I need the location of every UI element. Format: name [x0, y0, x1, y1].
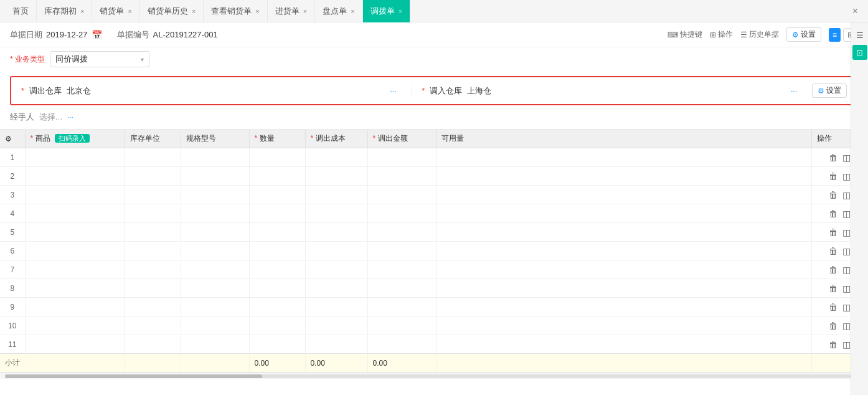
row-product-cell[interactable] [25, 204, 125, 223]
table-settings-icon[interactable]: ⚙ [5, 135, 12, 143]
row-qty-cell[interactable] [249, 167, 305, 186]
delete-row-btn[interactable]: 🗑 [829, 209, 837, 219]
copy-row-btn[interactable]: ◫ [842, 283, 851, 293]
row-cost-cell[interactable] [305, 316, 367, 335]
tab-sales-order[interactable]: 销货单 × [92, 0, 139, 22]
row-cost-cell[interactable] [305, 279, 367, 298]
row-cost-cell[interactable] [305, 223, 367, 242]
row-qty-cell[interactable] [249, 279, 305, 298]
row-cost-cell[interactable] [305, 167, 367, 186]
row-product-cell[interactable] [25, 335, 125, 354]
row-product-cell[interactable] [25, 186, 125, 204]
shortcut-btn[interactable]: ⌨ 快捷键 [668, 29, 702, 40]
row-qty-cell[interactable] [249, 223, 305, 242]
row-qty-cell[interactable] [249, 148, 305, 167]
warehouse-in-more-btn[interactable]: ··· [786, 87, 802, 95]
history-btn[interactable]: ☰ 历史单据 [740, 29, 779, 40]
row-cost-cell[interactable] [305, 186, 367, 204]
calendar-icon[interactable]: 📅 [92, 30, 102, 40]
row-product-cell[interactable] [25, 223, 125, 242]
row-cost-cell[interactable] [305, 298, 367, 316]
row-cost-cell[interactable] [305, 335, 367, 354]
row-qty-cell[interactable] [249, 335, 305, 354]
row-cost-cell[interactable] [305, 148, 367, 167]
row-amount-cell[interactable] [367, 260, 436, 279]
delete-row-btn[interactable]: 🗑 [829, 171, 837, 181]
row-amount-cell[interactable] [367, 279, 436, 298]
copy-row-btn[interactable]: ◫ [842, 302, 851, 312]
scan-barcode-btn[interactable]: 扫码录入 [55, 134, 90, 143]
tab-inventory-init-close[interactable]: × [80, 7, 84, 15]
person-more-btn[interactable]: ··· [67, 113, 73, 121]
copy-row-btn[interactable]: ◫ [842, 246, 851, 256]
row-qty-cell[interactable] [249, 316, 305, 335]
person-select[interactable]: 选择... [39, 112, 62, 123]
tab-view-sales[interactable]: 查看销货单 × [204, 0, 267, 22]
delete-row-btn[interactable]: 🗑 [829, 190, 837, 200]
row-product-cell[interactable] [25, 167, 125, 186]
tab-purchase[interactable]: 进货单 × [268, 0, 315, 22]
row-amount-cell[interactable] [367, 316, 436, 335]
row-product-cell[interactable] [25, 316, 125, 335]
tab-inventory-check[interactable]: 盘点单 × [315, 0, 362, 22]
row-amount-cell[interactable] [367, 223, 436, 242]
tab-transfer-close[interactable]: × [399, 7, 402, 15]
business-type-select[interactable]: 同价调拨 ▾ [50, 51, 149, 67]
delete-row-btn[interactable]: 🗑 [829, 153, 837, 163]
tab-inventory-check-close[interactable]: × [351, 7, 354, 15]
delete-row-btn[interactable]: 🗑 [829, 246, 837, 256]
row-cost-cell[interactable] [305, 260, 367, 279]
row-amount-cell[interactable] [367, 148, 436, 167]
row-qty-cell[interactable] [249, 186, 305, 204]
copy-row-btn[interactable]: ◫ [842, 227, 851, 237]
tab-inventory-init[interactable]: 库存期初 × [37, 0, 92, 22]
tab-sales-history-close[interactable]: × [192, 7, 196, 15]
row-amount-cell[interactable] [367, 335, 436, 354]
row-cost-cell[interactable] [305, 242, 367, 260]
warehouse-out-more-btn[interactable]: ··· [385, 87, 401, 95]
delete-row-btn[interactable]: 🗑 [829, 265, 837, 275]
row-cost-cell[interactable] [305, 204, 367, 223]
delete-row-btn[interactable]: 🗑 [829, 321, 837, 331]
copy-row-btn[interactable]: ◫ [842, 340, 851, 350]
row-qty-cell[interactable] [249, 260, 305, 279]
copy-row-btn[interactable]: ◫ [842, 209, 851, 219]
row-amount-cell[interactable] [367, 204, 436, 223]
row-product-cell[interactable] [25, 279, 125, 298]
close-window-btn[interactable]: × [847, 6, 863, 17]
delete-row-btn[interactable]: 🗑 [829, 283, 837, 293]
row-product-cell[interactable] [25, 260, 125, 279]
row-product-cell[interactable] [25, 298, 125, 316]
row-qty-cell[interactable] [249, 298, 305, 316]
row-qty-cell[interactable] [249, 242, 305, 260]
row-amount-cell[interactable] [367, 298, 436, 316]
sidebar-export-btn[interactable]: ⊡ [852, 45, 867, 60]
copy-row-btn[interactable]: ◫ [842, 321, 851, 331]
copy-row-btn[interactable]: ◫ [842, 153, 851, 163]
row-product-cell[interactable] [25, 148, 125, 167]
delete-row-btn[interactable]: 🗑 [829, 227, 837, 237]
copy-row-btn[interactable]: ◫ [842, 265, 851, 275]
sidebar-notes-btn[interactable]: ☰ [852, 27, 867, 42]
tab-sales-history[interactable]: 销货单历史 × [140, 0, 204, 22]
tab-purchase-close[interactable]: × [303, 7, 307, 15]
copy-row-btn[interactable]: ◫ [842, 171, 851, 181]
row-product-cell[interactable] [25, 242, 125, 260]
row-amount-cell[interactable] [367, 242, 436, 260]
delete-row-btn[interactable]: 🗑 [829, 302, 837, 312]
warehouse-settings-btn[interactable]: ⚙ 设置 [812, 83, 847, 98]
delete-row-btn[interactable]: 🗑 [829, 340, 837, 350]
operate-btn[interactable]: ⊞ 操作 [710, 29, 733, 40]
tab-transfer[interactable]: 调拨单 × [363, 0, 410, 22]
settings-button[interactable]: ⚙ 设置 [786, 27, 821, 42]
layout-btn-1[interactable]: ≡ [829, 28, 841, 42]
row-amount-cell[interactable] [367, 167, 436, 186]
row-amount-cell[interactable] [367, 186, 436, 204]
row-qty-cell[interactable] [249, 204, 305, 223]
horizontal-scrollbar[interactable] [0, 373, 868, 379]
tab-home[interactable]: 首页 [5, 0, 37, 22]
tab-view-sales-close[interactable]: × [255, 7, 259, 15]
copy-row-btn[interactable]: ◫ [842, 190, 851, 200]
col-header-gear[interactable]: ⚙ [0, 130, 25, 148]
tab-sales-order-close[interactable]: × [128, 7, 131, 15]
